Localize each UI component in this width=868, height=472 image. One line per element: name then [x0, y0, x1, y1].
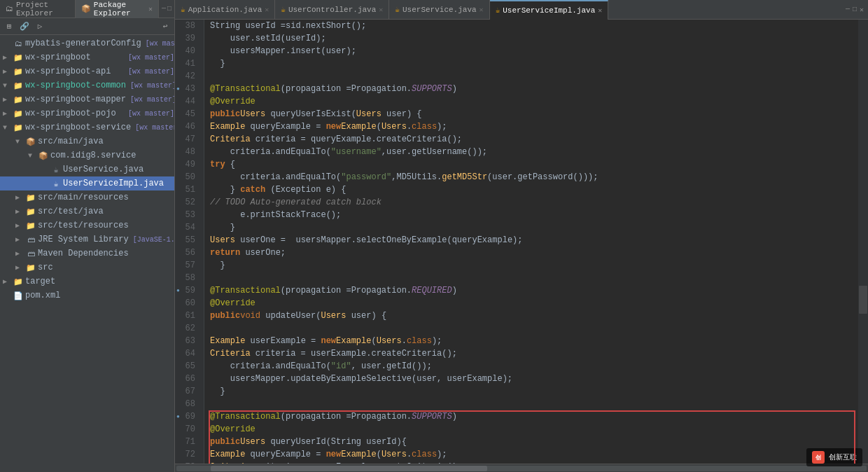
line-number-60: 60 [175, 297, 200, 310]
code-line-56: return userOne; [204, 247, 858, 259]
code-scroll[interactable]: String userId =sid.nextShort(); user.set… [204, 20, 858, 464]
java-icon-3: ☕ [395, 5, 400, 14]
code-line-65: criteria.andEqualTo("id", user.getId()); [204, 360, 858, 373]
tab-usercontroller[interactable]: ☕ UserController.java ✕ [275, 0, 389, 20]
code-content: String userId =sid.nextShort(); user.set… [204, 20, 858, 464]
line-number-54: 54 [175, 221, 200, 234]
bottom-scrollbar[interactable] [175, 464, 868, 472]
code-line-60: @Override [204, 297, 858, 310]
tree-item-src-test-resources[interactable]: ▶📁src/test/resources [0, 218, 174, 232]
code-line-42 [204, 70, 858, 83]
line-number-64: 64 [175, 347, 200, 360]
close-tab-2-icon[interactable]: ✕ [479, 6, 484, 14]
tree-arrow-icon: ▶ [3, 67, 11, 76]
tree-item-mybatis[interactable]: 🗂mybatis-generatorConfig[wx master] [0, 36, 174, 50]
tree-item-wx-springboot-api[interactable]: ▶📁wx-springboot-api[wx master] [0, 64, 174, 78]
line-numbers: 3839404142434445464748495051525354555657… [175, 20, 204, 464]
link-with-editor-button[interactable]: 🔗 [18, 20, 31, 33]
tree-item-icon: 📁 [13, 123, 24, 132]
editor-minimize-icon[interactable]: ─ [846, 6, 850, 13]
tree-item-jre-system[interactable]: ▶🗃JRE System Library[JavaSE-1.8] [0, 232, 174, 247]
tree-item-pomxml[interactable]: 📄pom.xml [0, 289, 174, 303]
java-icon-2: ☕ [281, 5, 286, 14]
tree-item-wx-springboot-service[interactable]: ▼📁wx-springboot-service[wx master] [0, 120, 174, 134]
close-tab-0-icon[interactable]: ✕ [265, 6, 269, 14]
back-button[interactable]: ↩ [159, 20, 172, 33]
close-tab-3-icon[interactable]: ✕ [598, 6, 602, 15]
line-number-58: 58 [175, 272, 200, 284]
tree-arrow-icon: ▼ [3, 124, 11, 132]
tree-item-wx-springboot-common[interactable]: ▼📁wx-springboot-common[wx master] [0, 78, 174, 92]
tree-item-badge: [wx master] [128, 54, 174, 62]
tree-item-badge: [JavaSE-1.8] [133, 236, 174, 244]
line-number-47: 47 [175, 133, 200, 146]
sidebar-tab-package[interactable]: 📦 Package Explorer ✕ [76, 0, 159, 18]
tree-item-UserServiceImpl[interactable]: ☕UserServiceImpl.java [0, 176, 174, 190]
tab-userserviceimpl[interactable]: ☕ UserServiceImpl.java ✕ [490, 0, 609, 20]
tree-item-wx-springboot[interactable]: ▶📁wx-springboot[wx master] [0, 50, 174, 64]
tab-userservice[interactable]: ☕ UserService.java ✕ [389, 0, 489, 20]
sidebar-header: 🗂 Project Explorer 📦 Package Explorer ✕ … [0, 0, 174, 18]
tree-item-com-idig8-service[interactable]: ▼📦com.idig8.service [0, 148, 174, 162]
view-menu-button[interactable]: ▷ [34, 20, 46, 33]
tree-item-badge: [wx master] [130, 82, 174, 90]
scrollbar-thumb[interactable] [211, 466, 486, 471]
line-number-73: 73 [175, 461, 200, 464]
code-line-58 [204, 272, 858, 284]
code-line-61: public void updateUser(Users user) { [204, 310, 858, 322]
tree-item-src[interactable]: ▶📁src [0, 261, 174, 275]
editor-maximize-icon[interactable]: □ [853, 6, 857, 13]
maximize-icon[interactable]: □ [167, 5, 172, 13]
tree-item-badge: [wx master] [128, 68, 174, 76]
java-icon-4: ☕ [496, 6, 500, 15]
minimize-icon[interactable]: ─ [162, 5, 166, 13]
collapse-all-button[interactable]: ⊞ [3, 20, 15, 33]
close-tab-icon[interactable]: ✕ [148, 5, 153, 13]
sidebar-toolbar: ⊞ 🔗 ▷ ↩ [0, 18, 174, 35]
tree-item-src-test-java[interactable]: ▶📁src/test/java [0, 204, 174, 218]
tree-item-icon: 📁 [13, 277, 24, 286]
watermark-text: 创新互联 [829, 452, 857, 462]
editor-close-icon[interactable]: ✕ [860, 6, 864, 14]
tree-arrow-icon: ▶ [3, 53, 11, 62]
line-number-46: 46 [175, 120, 200, 133]
tree-arrow-icon: ▶ [3, 95, 11, 104]
code-line-63: Example userExample = new Example(Users.… [204, 335, 858, 347]
tree-item-label: wx-springboot [25, 53, 124, 62]
code-line-45: public Users queryUserIsExist(Users user… [204, 108, 858, 120]
tree-item-src-main-resources[interactable]: ▶📁src/main/resources [0, 190, 174, 204]
tree-item-icon: ☕ [50, 179, 62, 188]
tree-item-UserService[interactable]: ☕UserService.java [0, 162, 174, 176]
line-number-50: 50 [175, 171, 200, 183]
line-number-40: 40 [175, 45, 200, 57]
tree-arrow-icon: ▶ [15, 263, 24, 272]
close-tab-1-icon[interactable]: ✕ [379, 6, 383, 14]
tree-item-label: wx-springboot-mapper [25, 95, 126, 104]
tree-item-maven-deps[interactable]: ▶🗃Maven Dependencies [0, 247, 174, 261]
tree-item-target[interactable]: ▶📁target [0, 275, 174, 289]
code-line-46: Example queryExample = new Example(Users… [204, 120, 858, 133]
code-line-64: Criteria criteria = userExample.createCr… [204, 347, 858, 360]
package-explorer-icon: 📦 [81, 4, 91, 13]
tree-item-label: UserServiceImpl.java [63, 179, 174, 188]
tree-item-wx-springboot-pojo[interactable]: ▶📁wx-springboot-pojo[wx master] [0, 106, 174, 120]
tab-application[interactable]: ☕ Application.java ✕ [175, 0, 275, 20]
line-number-55: 55 [175, 234, 200, 247]
code-line-47: Criteria criteria = queryExample.createC… [204, 133, 858, 146]
watermark-logo: 创 [812, 451, 825, 464]
tree-item-wx-springboot-mapper[interactable]: ▶📁wx-springboot-mapper[wx master] [0, 92, 174, 106]
minimap-thumb[interactable] [859, 286, 867, 314]
code-line-53: e.printStackTrace(); [204, 209, 858, 221]
code-line-44: @Override [204, 95, 858, 108]
line-number-62: 62 [175, 322, 200, 335]
tree-arrow-icon: ▼ [3, 82, 11, 90]
line-number-68: 68 [175, 398, 200, 410]
code-line-51: } catch (Exception e) { [204, 183, 858, 196]
tree-item-label: com.idig8.service [50, 151, 174, 160]
tree-arrow-icon: ▶ [15, 193, 24, 202]
tree-arrow-icon: ▶ [15, 221, 24, 230]
sidebar-tab-project[interactable]: 🗂 Project Explorer [0, 0, 76, 18]
tree-item-src-main-java[interactable]: ▼📦src/main/java [0, 134, 174, 148]
tree-item-icon: 📁 [25, 207, 36, 216]
code-line-70: @Override [204, 423, 858, 436]
